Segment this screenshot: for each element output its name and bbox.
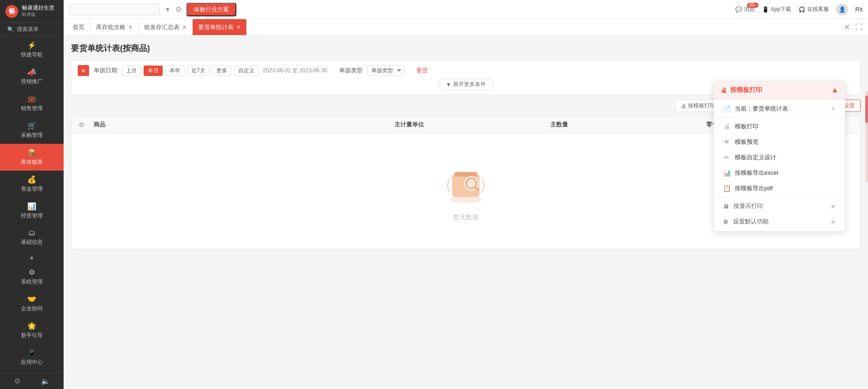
sidebar-item-inventory[interactable]: 📦 库存核算: [0, 144, 64, 171]
dropdown-default-func[interactable]: ⚙ 设置默认功能 ▶: [714, 214, 845, 229]
th-product: 商品: [88, 121, 389, 129]
sidebar-item-purchase[interactable]: 🛒 采购管理: [0, 117, 64, 144]
page-scrollbar[interactable]: [865, 91, 868, 182]
sidebar-nav: ⚡ 快捷导航 📣 营销推广 💼 销售管理 🛒 采购管理 📦 库存核算 💰 资金管…: [0, 36, 64, 373]
dropdown-template-print[interactable]: 🖨 模板打印: [714, 119, 845, 134]
sidebar-item-marketing[interactable]: 📣 营销推广: [0, 63, 64, 90]
dropdown-template-preview[interactable]: 👁 模板预览: [714, 134, 845, 150]
trial-btn[interactable]: 体验行业方案: [186, 3, 236, 16]
topbar-actions: 💬 消息 99+ 📱 App下载 🎧 在线客服 👤 Rit: [735, 4, 863, 15]
sidebar-item-label: 营销推广: [21, 78, 43, 86]
topbar-chevron-icon[interactable]: ▼: [165, 6, 171, 13]
sidebar-item-basic[interactable]: 🗂 基础信息: [0, 224, 64, 251]
date-btn-last-month[interactable]: 上月: [122, 66, 141, 76]
settings-label: 设置: [844, 102, 855, 110]
template-custom-icon: ✏: [723, 154, 730, 161]
basic-icon: 🗂: [28, 229, 35, 237]
default-func-label: 设置默认功能: [733, 217, 768, 226]
th-quantity: 主数量: [545, 121, 701, 129]
dropdown-current-template[interactable]: 📄 当前：要货单统计表 ▼: [714, 101, 845, 116]
tabs-close-btn[interactable]: ✕: [842, 22, 852, 32]
dropdown-collapse-icon[interactable]: ▲: [831, 86, 838, 94]
sidebar-item-enterprise[interactable]: 🤝 企业协同: [0, 290, 64, 317]
current-arrow-icon: ▼: [830, 106, 836, 112]
online-service-btn[interactable]: 🎧 在线客服: [798, 5, 829, 13]
sidebar-logo: 畅 畅康通好生意 标准版: [0, 0, 64, 23]
tab-inventory-batch-close[interactable]: ✕: [128, 24, 133, 30]
sidebar-item-label: 企业协同: [21, 305, 43, 313]
sidebar-item-sales[interactable]: 💼 销售管理: [0, 90, 64, 117]
sidebar-scroll: ▲: [0, 251, 64, 263]
page-content: 要货单统计表(按商品) » 单据日期 上月 本月 本年 近7天 更多 自定义 2…: [64, 35, 868, 389]
sidebar-search[interactable]: 🔍 搜索菜单: [0, 23, 64, 36]
tab-order-stats-close[interactable]: ✕: [236, 24, 241, 30]
marketing-icon: 📣: [27, 68, 36, 76]
sidebar-item-label: 系统管理: [21, 278, 43, 286]
order-type-select[interactable]: 单据类型: [367, 66, 404, 76]
dropdown-header: 🖨 按模板打印 ▲: [714, 81, 845, 99]
sidebar-item-operations[interactable]: 📊 经营管理: [0, 197, 64, 224]
purchase-icon: 🛒: [27, 121, 36, 130]
sidebar-item-guide[interactable]: 🌟 新手引导: [0, 317, 64, 344]
topbar-search-input[interactable]: [69, 4, 160, 15]
inventory-icon: 📦: [27, 148, 36, 157]
date-btn-custom[interactable]: 自定义: [234, 66, 259, 76]
date-btn-this-month[interactable]: 本月: [144, 66, 163, 76]
date-btn-last-7days[interactable]: 近7天: [187, 66, 210, 76]
order-content-label: 要货: [416, 66, 428, 75]
tabs-maximize-btn[interactable]: ⛶: [853, 22, 864, 32]
template-print-icon: 🖨: [723, 123, 730, 130]
sidebar-item-label: 应用中心: [21, 359, 43, 366]
sidebar-item-appstore[interactable]: 📱 应用中心: [0, 344, 64, 371]
scroll-up-btn[interactable]: ▲: [28, 253, 36, 262]
logo-icon: 畅: [5, 5, 18, 18]
template-preview-icon: 👁: [723, 138, 730, 146]
topbar-gear-icon[interactable]: ⚙: [175, 5, 182, 14]
sidebar-item-quick-nav[interactable]: ⚡ 快捷导航: [0, 36, 64, 63]
messages-btn[interactable]: 💬 消息 99+: [735, 5, 755, 13]
filter-toggle-btn[interactable]: »: [78, 65, 89, 76]
tab-receipt-summary[interactable]: 收发存汇总表 ✕: [139, 19, 193, 35]
template-pdf-label: 按模板导出pdf: [735, 184, 773, 192]
default-func-arrow-icon: ▶: [832, 218, 836, 225]
online-service-label: 在线客服: [807, 5, 829, 13]
template-custom-label: 模板自定义设计: [735, 153, 776, 162]
date-btn-this-year[interactable]: 本年: [165, 66, 185, 76]
svg-rect-2: [454, 172, 477, 177]
sound-icon[interactable]: 🔈: [41, 377, 50, 385]
table-gear-icon[interactable]: ⚙: [75, 121, 88, 128]
date-btn-more[interactable]: 更多: [212, 66, 231, 76]
order-type-label: 单据类型: [339, 66, 363, 75]
empty-text: 暂无数据: [453, 213, 479, 222]
template-excel-label: 按模板导出excel: [735, 169, 778, 177]
sidebar-item-label: 资金管理: [21, 185, 43, 193]
enterprise-icon: 🤝: [27, 295, 36, 303]
dropdown-display-print[interactable]: 🖥 按显示打印 ▶: [714, 198, 845, 214]
sidebar-item-finance[interactable]: 💰 资金管理: [0, 171, 64, 197]
sales-icon: 💼: [27, 95, 36, 103]
app-download-btn[interactable]: 📱 App下载: [762, 5, 791, 13]
dropdown-template-pdf[interactable]: 📋 按模板导出pdf: [714, 181, 845, 196]
sidebar: 畅 畅康通好生意 标准版 🔍 搜索菜单 ⚡ 快捷导航 📣 营销推广 💼 销售管理…: [0, 0, 64, 389]
dropdown-template-excel[interactable]: 📊 按模板导出excel: [714, 165, 845, 181]
page-scrollbar-thumb: [865, 96, 868, 123]
tab-inventory-batch[interactable]: 库存批次账 ✕: [90, 19, 139, 35]
headset-icon: 🎧: [798, 6, 805, 13]
template-print-label: 模板打印: [735, 122, 758, 131]
tab-order-stats-label: 要货单统计表: [198, 23, 234, 31]
sidebar-item-system[interactable]: ⚙ 系统管理: [0, 263, 64, 290]
dropdown-title: 按模板打印: [730, 86, 762, 94]
th-unit: 主计量单位: [389, 121, 545, 129]
date-range: 2023-06-01 至 2023-06-30: [263, 67, 327, 75]
sidebar-item-label: 快捷导航: [21, 51, 43, 59]
dropdown-template-custom[interactable]: ✏ 模板自定义设计: [714, 150, 845, 165]
quick-nav-icon: ⚡: [27, 41, 36, 50]
tab-receipt-summary-close[interactable]: ✕: [182, 24, 187, 30]
expand-more-btn[interactable]: ▼ 展开更多条件: [438, 79, 494, 90]
tab-order-stats[interactable]: 要货单统计表 ✕: [193, 19, 247, 35]
date-label: 单据日期: [94, 66, 117, 75]
sidebar-item-label: 基础信息: [21, 238, 43, 246]
tab-home[interactable]: 首页: [67, 19, 90, 35]
user-avatar[interactable]: 👤: [836, 4, 848, 15]
settings-icon[interactable]: ⚙: [14, 377, 20, 385]
